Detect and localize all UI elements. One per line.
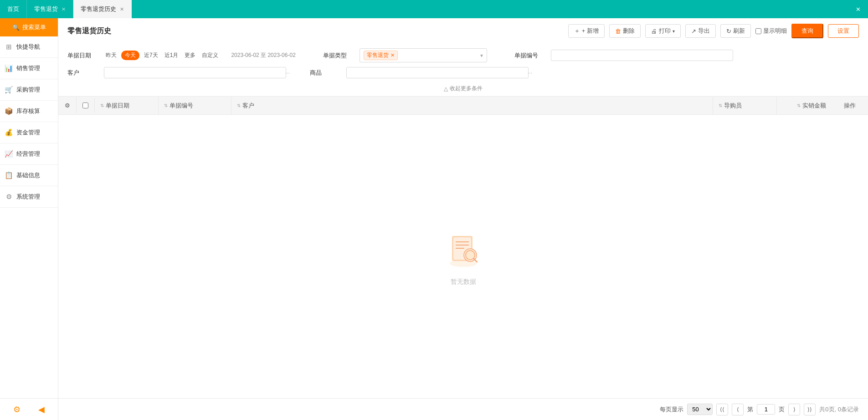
quicknav-icon: ⊞ xyxy=(5,43,13,51)
th-date: ⇅ 单据日期 xyxy=(95,97,159,114)
empty-state: 暂无数据 xyxy=(58,115,868,398)
th-bill-no-sort-icon[interactable]: ⇅ xyxy=(164,103,168,108)
settings-button[interactable]: 设置 xyxy=(828,24,859,38)
bill-no-input[interactable] xyxy=(551,50,733,61)
sidebar-item-operations[interactable]: 📈 经营管理 xyxy=(0,143,58,165)
refresh-button[interactable]: ↻ 刷新 xyxy=(720,24,751,38)
export-icon: ↗ xyxy=(691,28,696,35)
per-page-label: 每页显示 xyxy=(660,405,683,414)
print-label: 打印 xyxy=(659,27,671,35)
filter-row-customer: 客户 ··· 商品 ··· xyxy=(67,67,859,78)
tab-retail-return-history-close[interactable]: ✕ xyxy=(120,6,124,12)
th-guide-sort-icon[interactable]: ⇅ xyxy=(719,103,722,108)
tab-retail-return-close[interactable]: ✕ xyxy=(62,6,66,12)
sidebar-item-sales[interactable]: 📊 销售管理 xyxy=(0,58,58,79)
page-suffix: 页 xyxy=(779,405,785,414)
date-opt-today[interactable]: 今天 xyxy=(121,51,139,60)
new-button[interactable]: ＋ + 新增 xyxy=(568,24,605,38)
th-checkbox[interactable] xyxy=(77,98,95,113)
sidebar-sound-btn[interactable]: ◀ xyxy=(38,405,45,415)
table-container: ⚙ ⇅ 单据日期 ⇅ 单据编号 ⇅ 客户 ⇅ 导购员 xyxy=(58,97,868,398)
date-opt-7days[interactable]: 近7天 xyxy=(142,51,160,60)
sidebar-item-system[interactable]: ⚙ 系统管理 xyxy=(0,186,58,208)
tab-list: 首页 零售退货 ✕ 零售退货历史 ✕ xyxy=(0,0,856,18)
th-customer: ⇅ 客户 xyxy=(231,97,713,114)
tab-home[interactable]: 首页 xyxy=(0,0,27,18)
per-page-select[interactable]: 10 20 50 100 xyxy=(687,404,713,415)
display-detail-label: 显示明细 xyxy=(763,27,787,35)
th-date-label: 单据日期 xyxy=(106,102,129,110)
collapse-button[interactable]: △ 收起更多条件 xyxy=(67,83,859,96)
prev-page-btn[interactable]: ⟨ xyxy=(732,404,744,415)
th-amount-sort-icon[interactable]: ⇅ xyxy=(797,103,801,108)
tab-home-label: 首页 xyxy=(7,5,19,13)
date-opt-more[interactable]: 更多 xyxy=(183,51,197,60)
page-total: 共0页, 0条记录 xyxy=(819,405,859,414)
tab-retail-return-history[interactable]: 零售退货历史 ✕ xyxy=(73,0,132,18)
th-date-sort-icon[interactable]: ⇅ xyxy=(100,103,104,108)
bill-type-dropdown-icon: ▾ xyxy=(480,52,483,59)
bill-type-tag-close[interactable]: ✕ xyxy=(390,52,395,58)
print-button[interactable]: 🖨 打印 ▾ xyxy=(645,24,681,38)
sidebar-item-purchase[interactable]: 🛒 采购管理 xyxy=(0,79,58,101)
display-detail-checkbox[interactable] xyxy=(755,28,761,34)
next-page-btn[interactable]: ⟩ xyxy=(788,404,800,415)
new-label: + 新增 xyxy=(582,27,599,35)
goods-input[interactable] xyxy=(346,67,529,78)
last-page-btn[interactable]: ⟩⟩ xyxy=(804,404,816,415)
sidebar-search[interactable]: 🔍 搜索菜单 xyxy=(0,18,58,36)
sidebar-item-quicknav-label: 快捷导航 xyxy=(16,43,40,51)
sidebar-item-system-label: 系统管理 xyxy=(16,193,40,201)
sidebar-item-quicknav[interactable]: ⊞ 快捷导航 xyxy=(0,36,58,58)
bill-type-tag-text: 零售退货 xyxy=(367,51,389,59)
display-detail-checkbox-label[interactable]: 显示明细 xyxy=(755,27,787,35)
select-all-checkbox[interactable] xyxy=(82,102,88,108)
sidebar-bottom: ⚙ ◀ xyxy=(0,398,58,420)
operations-icon: 📈 xyxy=(5,150,13,158)
filter-row-date: 单据日期 昨天 今天 近7天 近1月 更多 自定义 2023-06-02 至 2… xyxy=(67,48,859,62)
sidebar-settings-btn[interactable]: ⚙ xyxy=(13,405,21,415)
sales-icon: 📊 xyxy=(5,64,13,72)
toolbar-actions: ＋ + 新增 🗑 删除 🖨 打印 ▾ ↗ 导出 xyxy=(568,24,859,38)
sidebar-item-sales-label: 销售管理 xyxy=(16,64,40,72)
date-range-display: 2023-06-02 至 2023-06-02 xyxy=(231,51,295,59)
th-settings[interactable]: ⚙ xyxy=(58,97,77,113)
current-page-input[interactable] xyxy=(757,404,775,415)
pagination-bar: 每页显示 10 20 50 100 ⟨⟨ ⟨ 第 页 ⟩ ⟩⟩ 共0页, 0条记… xyxy=(58,398,868,420)
th-operate: 操作 xyxy=(832,97,868,114)
customer-input[interactable] xyxy=(104,67,286,78)
first-page-btn[interactable]: ⟨⟨ xyxy=(716,404,728,415)
date-opt-custom[interactable]: 自定义 xyxy=(200,51,220,60)
tab-retail-return-label: 零售退货 xyxy=(34,5,58,13)
bill-no-label: 单据编号 xyxy=(514,51,542,60)
tab-retail-return[interactable]: 零售退货 ✕ xyxy=(27,0,73,18)
page-title-row: 零售退货历史 ＋ + 新增 🗑 删除 🖨 打印 ▾ xyxy=(67,24,859,38)
sidebar-item-inventory[interactable]: 📦 库存核算 xyxy=(0,101,58,122)
sidebar-item-purchase-label: 采购管理 xyxy=(16,86,40,94)
th-customer-label: 客户 xyxy=(242,102,254,110)
sidebar-search-label: 搜索菜单 xyxy=(22,23,46,31)
system-icon: ⚙ xyxy=(5,193,13,201)
delete-button[interactable]: 🗑 删除 xyxy=(609,24,641,38)
date-opt-1month[interactable]: 近1月 xyxy=(163,51,180,60)
sidebar-item-finance[interactable]: 💰 资金管理 xyxy=(0,122,58,143)
new-icon: ＋ xyxy=(574,27,580,35)
export-button[interactable]: ↗ 导出 xyxy=(685,24,716,38)
delete-label: 删除 xyxy=(623,27,635,35)
customer-ellipsis: ··· xyxy=(285,70,290,76)
th-amount: ⇅ 实销金额 xyxy=(777,97,832,114)
page-title: 零售退货历史 xyxy=(67,26,111,36)
tab-retail-return-history-label: 零售退货历史 xyxy=(81,5,116,13)
bill-type-select[interactable]: 零售退货 ✕ ▾ xyxy=(360,48,487,62)
date-opt-yesterday[interactable]: 昨天 xyxy=(104,51,118,60)
sidebar-item-basicinfo[interactable]: 📋 基础信息 xyxy=(0,165,58,186)
th-operate-label: 操作 xyxy=(844,102,856,110)
sidebar-item-finance-label: 资金管理 xyxy=(16,128,40,137)
query-button[interactable]: 查询 xyxy=(791,24,823,38)
th-amount-label: 实销金额 xyxy=(802,102,826,110)
th-customer-sort-icon[interactable]: ⇅ xyxy=(237,103,241,108)
page-prefix: 第 xyxy=(747,405,753,414)
date-options: 昨天 今天 近7天 近1月 更多 自定义 xyxy=(104,51,220,60)
top-bar-close[interactable]: ✕ xyxy=(856,6,868,13)
settings-label: 设置 xyxy=(837,27,849,34)
